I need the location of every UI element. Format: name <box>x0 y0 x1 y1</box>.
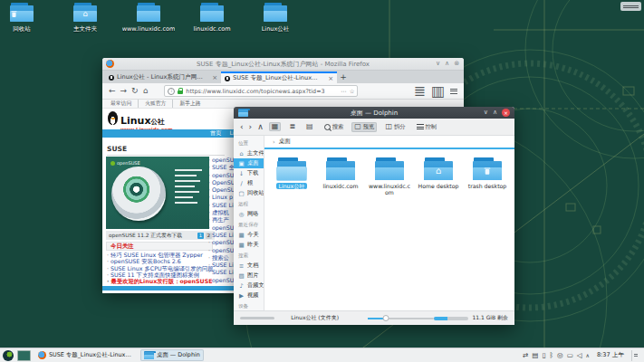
desktop-toolbox-button[interactable] <box>620 2 641 11</box>
bookmark-item[interactable]: 最常访问 <box>111 100 131 108</box>
place-trash[interactable]: ▢回收站 <box>234 188 264 198</box>
geeko-dot-icon <box>111 161 115 166</box>
place-desktop[interactable]: ▣桌面 <box>234 158 264 168</box>
feature-caption[interactable]: openSUSE 11.2 正式发布下载 <box>109 232 196 240</box>
task-dolphin[interactable]: 桌面 — Dolphin <box>140 349 204 361</box>
reload-icon[interactable]: ↻ <box>131 87 139 95</box>
page-actions-icon[interactable]: ⋯ <box>341 88 346 95</box>
bookmark-item[interactable]: 火狐官方 <box>138 100 166 108</box>
network-icon: ◎ <box>238 211 245 218</box>
icons-view-icon: ▦ <box>272 123 279 130</box>
file-linux-gongshe[interactable]: Linux公社 <box>271 157 312 189</box>
folder-view: › 桌面 Linux公社 linuxidc.com www.linuxidc.c… <box>264 136 514 310</box>
minimize-button[interactable]: ∨ <box>436 61 440 67</box>
tab-close-icon[interactable]: × <box>212 74 217 81</box>
search-videos[interactable]: ▶视频 <box>234 291 264 300</box>
place-home[interactable]: ⌂主文件夹 <box>234 148 264 158</box>
zoom-slider-knob[interactable] <box>382 315 389 321</box>
desktop-icon-www-linuxidc[interactable]: www.linuxidc.com <box>120 3 178 33</box>
home-icon[interactable]: ⌂ <box>143 87 149 95</box>
article-link[interactable]: openSUSE 安装Bochs 2.6 <box>107 258 214 264</box>
desktop-icon-trash[interactable]: 回收站 <box>0 3 51 33</box>
dolphin-titlebar[interactable]: 桌面 — Dolphin ∨ ∧ × <box>234 107 514 119</box>
preview-button[interactable]: ▢预览 <box>351 122 377 132</box>
place-downloads[interactable]: ↓下载 <box>234 168 264 178</box>
forward-icon[interactable]: → <box>120 87 128 95</box>
search-button[interactable]: 搜索 <box>322 122 347 132</box>
tab-linux-gongshe[interactable]: Linux公社 - Linux系统门户网… × <box>105 71 221 83</box>
bookmark-star-icon[interactable]: ☆ <box>350 88 355 95</box>
file-home-desktop[interactable]: ⌂ Home desktop <box>418 157 459 189</box>
back-icon[interactable]: ‹ <box>240 123 244 131</box>
sidebar-toggle-icon[interactable]: ▥ <box>431 82 445 100</box>
breadcrumb[interactable]: › 桌面 <box>264 136 514 149</box>
panel-edge-handle[interactable] <box>631 350 641 361</box>
places-scrollbar[interactable] <box>240 317 274 319</box>
application-launcher-icon[interactable] <box>3 350 14 361</box>
place-root[interactable]: ∕根 <box>234 178 264 188</box>
bookmark-item[interactable]: 新手上路 <box>172 100 200 108</box>
search-audio[interactable]: ♪音频文件 <box>234 281 264 291</box>
task-firefox[interactable]: SUSE 专题_Linux公社-Linux系统门… <box>34 349 137 361</box>
tab-suse-topic[interactable]: SUSE 专题_Linux公社-Linux… × <box>221 71 337 83</box>
recent-today[interactable]: ▦今天 <box>234 230 264 240</box>
folder-icon <box>264 3 287 22</box>
sync-icon[interactable]: ⇄ <box>523 352 528 359</box>
dolphin-statusbar: Linux公社 (文件夹) 11.1 GiB 剩余 <box>234 310 514 325</box>
close-button[interactable]: × <box>502 109 510 117</box>
article-link[interactable]: 轻巧 SUSE Linux 包管理器 Zypper <box>107 252 214 258</box>
site-nav-item[interactable]: 首页 <box>210 129 221 138</box>
recent-yesterday[interactable]: ▦昨天 <box>234 240 264 250</box>
tray-expand-icon[interactable]: ∧ <box>586 353 590 358</box>
disc-icon[interactable]: ◎ <box>557 352 563 359</box>
digital-clock[interactable]: 8:37 上午 <box>597 351 624 359</box>
article-link-hot[interactable]: 最受欢迎的Linux发行版：openSUSE 11. <box>107 278 214 284</box>
site-info-icon[interactable]: i <box>168 88 175 95</box>
view-details-button[interactable]: ▤ <box>303 122 316 131</box>
firefox-titlebar[interactable]: SUSE 专题_Linux公社-Linux系统门户网站 - Mozilla Fi… <box>102 58 464 71</box>
clipboard-icon[interactable]: ▤ <box>532 352 538 359</box>
firefox-window-title: SUSE 专题_Linux公社-Linux系统门户网站 - Mozilla Fi… <box>197 60 370 69</box>
forward-icon[interactable]: › <box>249 123 253 131</box>
article-link[interactable]: SUSE Linux 多CPU节电编译引发的问题 <box>107 265 214 272</box>
back-icon[interactable]: ← <box>109 87 116 95</box>
virtual-desktop-pager[interactable] <box>17 350 31 361</box>
minimize-button[interactable]: ∨ <box>484 110 488 116</box>
folder-trash-icon <box>10 3 34 22</box>
url-bar[interactable]: i https://www.linuxidc.com/topicnews.asp… <box>164 85 358 97</box>
view-compact-button[interactable]: ≣ <box>286 122 298 131</box>
close-button[interactable]: ⊗ <box>454 61 459 67</box>
https-lock-icon <box>178 88 183 94</box>
desktop-icon-linux-gongshe[interactable]: Linux公社 <box>246 3 304 33</box>
view-icons-button[interactable]: ▦ <box>269 122 282 131</box>
display-icon[interactable]: ▭ <box>567 352 573 359</box>
desktop-icon-linuxidc[interactable]: linuxidc.com <box>183 3 241 33</box>
split-button[interactable]: ◫拆分 <box>382 122 408 132</box>
maximize-button[interactable]: ∧ <box>445 61 449 67</box>
article-link[interactable]: SUSE 11 下支持桌面快捷图标案例 <box>107 272 214 278</box>
breadcrumb-desktop[interactable]: 桌面 <box>279 138 291 146</box>
search-documents[interactable]: ≡文档 <box>234 261 264 271</box>
desktop-icons: 回收站 ⌂ 主文件夹 www.linuxidc.com linuxidc.com… <box>0 3 304 33</box>
file-trash-desktop[interactable]: trash desktop <box>466 157 508 189</box>
volume-icon[interactable]: ◁ <box>577 352 582 359</box>
maximize-button[interactable]: ∧ <box>493 110 497 116</box>
control-button[interactable]: 控制 <box>414 122 440 132</box>
place-network[interactable]: ◎网络 <box>234 209 264 219</box>
file-grid: Linux公社 linuxidc.com www.linuxidc.com ⌂ … <box>264 149 514 204</box>
desktop: 回收站 ⌂ 主文件夹 www.linuxidc.com linuxidc.com… <box>0 0 644 362</box>
menu-hamburger-icon[interactable] <box>450 89 457 94</box>
tab-close-icon[interactable]: × <box>328 75 333 82</box>
search-images[interactable]: ▨图片 <box>234 271 264 281</box>
file-www-linuxidc[interactable]: www.linuxidc.com <box>369 157 410 195</box>
zoom-slider[interactable] <box>368 315 434 321</box>
bluetooth-icon[interactable]: ᛒ <box>550 352 554 359</box>
desktop-icon-home[interactable]: ⌂ 主文件夹 <box>56 3 114 33</box>
library-icon[interactable]: ≣ <box>413 82 425 100</box>
opensuse-dvd-disc-image <box>111 167 166 221</box>
up-icon[interactable]: ∧ <box>257 123 264 131</box>
new-tab-button[interactable]: + <box>337 71 350 83</box>
pager-1-button[interactable]: 1 <box>197 233 204 239</box>
file-linuxidc[interactable]: linuxidc.com <box>320 157 361 189</box>
battery-icon[interactable]: ▯ <box>542 352 545 359</box>
